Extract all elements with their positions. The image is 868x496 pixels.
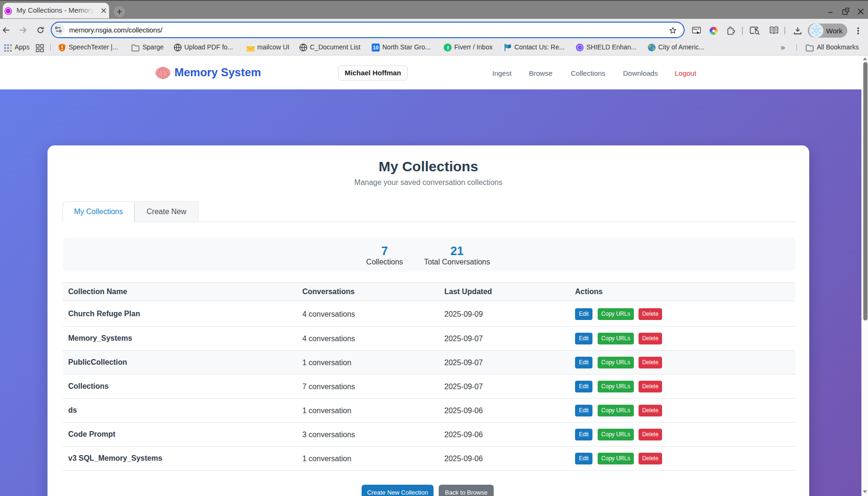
svg-text:Pay: Pay [693, 28, 697, 31]
svg-text:10: 10 [373, 45, 379, 50]
svg-text:f: f [447, 45, 449, 51]
